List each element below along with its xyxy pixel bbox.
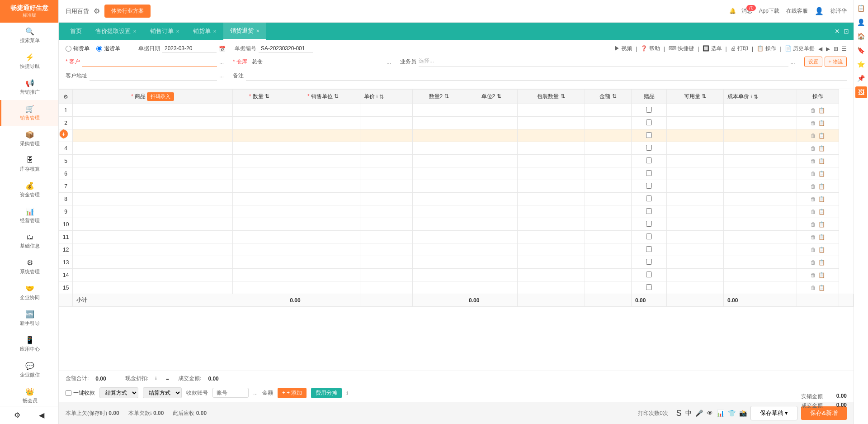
gift-checkbox-11[interactable] xyxy=(646,233,652,239)
grid-view-icon[interactable]: ⊞ xyxy=(834,46,838,52)
shortcut-btn[interactable]: ⌨ 快捷键 xyxy=(669,45,694,52)
sidebar-item-purchase[interactable]: 📦 采购管理 xyxy=(0,126,58,152)
radio-return-input[interactable] xyxy=(96,46,102,52)
experience-button[interactable]: 体验行业方案 xyxy=(104,5,151,18)
gift-checkbox-3[interactable] xyxy=(646,132,652,138)
one-key-payment-input[interactable] xyxy=(66,390,71,396)
date-input[interactable]: 2023-03-20 xyxy=(162,44,217,53)
copy-icon-15[interactable]: 📋 xyxy=(818,285,825,291)
rtool-star[interactable]: ⭐ xyxy=(855,58,867,70)
delete-icon-12[interactable]: 🗑 xyxy=(811,247,816,253)
radio-sale-input[interactable] xyxy=(66,46,71,52)
sidebar-item-basic[interactable]: 🗂 基础信息 xyxy=(0,229,58,254)
app-download-link[interactable]: App下载 xyxy=(759,7,779,15)
sidebar-settings-icon[interactable]: ⚙ xyxy=(14,411,20,419)
gift-checkbox-13[interactable] xyxy=(646,259,652,265)
sidebar-item-partner[interactable]: 🤝 企业协同 xyxy=(0,280,58,305)
tab-sales-out-close[interactable]: ✕ xyxy=(213,29,217,34)
settings-button[interactable]: 设置 xyxy=(804,57,822,67)
tool4-icon[interactable]: 👁 xyxy=(707,410,713,417)
tool5-icon[interactable]: 📊 xyxy=(717,410,724,417)
sidebar-item-finance[interactable]: 💰 资金管理 xyxy=(0,177,58,203)
tab-home[interactable]: 首页 xyxy=(63,23,89,40)
tool2-icon[interactable]: 中 xyxy=(685,409,692,417)
copy-icon-6[interactable]: 📋 xyxy=(818,171,825,177)
gift-checkbox-8[interactable] xyxy=(646,195,652,201)
delete-icon-3[interactable]: 🗑 xyxy=(811,133,816,139)
salesperson-input[interactable]: 选择... xyxy=(419,57,788,67)
copy-icon-12[interactable]: 📋 xyxy=(818,247,825,253)
header-settings-icon[interactable]: ⚙ xyxy=(94,7,100,15)
tab-price-settings-close[interactable]: ✕ xyxy=(133,29,137,34)
gift-checkbox-6[interactable] xyxy=(646,170,652,176)
rtool-bookmark[interactable]: 🔖 xyxy=(855,44,867,56)
save-draft-chevron[interactable]: ▾ xyxy=(785,410,788,416)
copy-icon-11[interactable]: 📋 xyxy=(818,234,825,240)
gift-checkbox-2[interactable] xyxy=(646,119,652,125)
tool3-icon[interactable]: 🎤 xyxy=(695,410,703,417)
copy-icon-9[interactable]: 📋 xyxy=(818,209,825,215)
copy-icon-7[interactable]: 📋 xyxy=(818,183,825,190)
delete-icon-1[interactable]: 🗑 xyxy=(811,107,816,114)
delete-icon-5[interactable]: 🗑 xyxy=(811,158,816,164)
copy-icon-4[interactable]: 📋 xyxy=(818,145,825,152)
scan-button[interactable]: 扫码录入 xyxy=(147,92,174,101)
sidebar-item-quick[interactable]: ⚡ 快捷导航 xyxy=(0,48,58,74)
address-input[interactable] xyxy=(90,71,217,81)
delete-icon-4[interactable]: 🗑 xyxy=(811,145,816,152)
sidebar-item-operations[interactable]: 📊 经营管理 xyxy=(0,203,58,229)
tool1-icon[interactable]: S xyxy=(676,409,682,418)
copy-icon-14[interactable]: 📋 xyxy=(818,272,825,278)
tab-sales-return-close[interactable]: ✕ xyxy=(256,29,259,33)
help-btn[interactable]: ❓ 帮助 xyxy=(641,45,660,52)
gift-checkbox-7[interactable] xyxy=(646,183,652,189)
delete-icon-2[interactable]: 🗑 xyxy=(811,120,816,126)
gift-checkbox-10[interactable] xyxy=(646,221,652,227)
add-button[interactable]: + + 添加 xyxy=(278,388,307,398)
tab-sales-order-close[interactable]: ✕ xyxy=(176,29,179,34)
one-key-payment-checkbox[interactable]: 一键收款 xyxy=(66,389,95,397)
sidebar-item-wechat[interactable]: 💬 企业微信 xyxy=(0,357,58,383)
copy-icon-10[interactable]: 📋 xyxy=(818,221,825,228)
next-icon[interactable]: ▶ xyxy=(826,46,830,52)
copy-icon-2[interactable]: 📋 xyxy=(818,120,825,126)
address-expand-icon[interactable]: ... xyxy=(219,72,224,79)
copy-icon-5[interactable]: 📋 xyxy=(818,158,825,164)
delete-icon-8[interactable]: 🗑 xyxy=(811,196,816,202)
sidebar-collapse-icon[interactable]: ◀ xyxy=(39,411,44,419)
print-btn[interactable]: 🖨 打印 xyxy=(731,45,748,52)
copy-icon-3[interactable]: 📋 xyxy=(818,133,825,139)
rtool-note[interactable]: 📋 xyxy=(855,2,867,14)
tab-maximize-icon[interactable]: ⊡ xyxy=(844,28,849,35)
calc-select[interactable]: 结算方式 xyxy=(143,387,182,398)
prev-icon[interactable]: ◀ xyxy=(818,46,822,52)
copy-icon-13[interactable]: 📋 xyxy=(818,259,825,266)
rtool-pin[interactable]: 📌 xyxy=(855,72,867,84)
sidebar-item-newguide[interactable]: 🆕 新手引导 xyxy=(0,305,58,331)
warehouse-expand-icon[interactable]: ... xyxy=(387,59,391,65)
delete-icon-10[interactable]: 🗑 xyxy=(811,221,816,228)
gift-checkbox-4[interactable] xyxy=(646,145,652,151)
add-row-icon[interactable]: + xyxy=(61,129,65,138)
history-btn[interactable]: 📄 历史单据 xyxy=(785,45,815,52)
customer-input[interactable] xyxy=(82,57,217,67)
remark-input[interactable] xyxy=(246,71,847,81)
gift-checkbox-9[interactable] xyxy=(646,208,652,214)
list-view-icon[interactable]: ☰ xyxy=(842,46,847,52)
gift-checkbox-5[interactable] xyxy=(646,157,652,163)
rtool-image[interactable]: 🖼 xyxy=(855,86,867,98)
sidebar-item-marketing[interactable]: 📢 营销推广 xyxy=(0,74,58,100)
operation-btn[interactable]: 📋 操作 xyxy=(757,45,776,52)
settlement-select[interactable]: 结算方式 xyxy=(99,387,138,398)
delete-icon-14[interactable]: 🗑 xyxy=(811,272,816,278)
rtool-user[interactable]: 👤 xyxy=(855,16,867,28)
gift-checkbox-1[interactable] xyxy=(646,107,652,113)
sidebar-item-sales[interactable]: 🛒 销售管理 xyxy=(0,100,58,126)
customer-expand-icon[interactable]: ... xyxy=(219,59,224,65)
logistics-button[interactable]: + 物流 xyxy=(825,57,847,67)
online-service-link[interactable]: 在线客服 xyxy=(786,7,808,15)
notification-badge[interactable]: 🔔 70 消息 xyxy=(729,7,752,15)
delete-icon-13[interactable]: 🗑 xyxy=(811,259,816,266)
salesperson-expand-icon[interactable]: ... xyxy=(791,59,795,65)
delete-icon-15[interactable]: 🗑 xyxy=(811,285,816,291)
